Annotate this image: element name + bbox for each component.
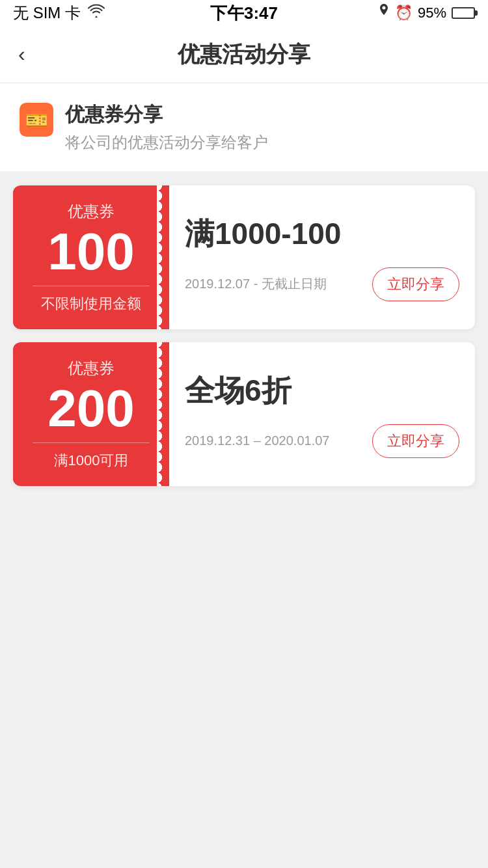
section-icon: 🎫 xyxy=(20,103,53,137)
coupon-left-0: 优惠券 100 不限制使用金额 xyxy=(13,185,169,329)
battery-text: 95% xyxy=(418,5,446,21)
coupon-title-0: 满1000-100 xyxy=(185,214,459,254)
empty-area xyxy=(0,499,488,824)
coupon-card: 优惠券 100 不限制使用金额 满1000-100 2019.12.07 - 无… xyxy=(13,185,475,329)
coupon-list: 优惠券 100 不限制使用金额 满1000-100 2019.12.07 - 无… xyxy=(0,172,488,499)
coupon-condition-0: 不限制使用金额 xyxy=(41,294,141,314)
section-header: 🎫 优惠券分享 将公司的优惠活动分享给客户 xyxy=(0,83,488,171)
coupon-date-0: 2019.12.07 - 无截止日期 xyxy=(185,275,327,293)
section-subtitle: 将公司的优惠活动分享给客户 xyxy=(65,132,268,153)
section-text: 优惠券分享 将公司的优惠活动分享给客户 xyxy=(65,102,268,153)
alarm-icon: ⏰ xyxy=(395,5,413,21)
nav-bar: ‹ 优惠活动分享 xyxy=(0,26,488,83)
coupon-label-1: 优惠券 xyxy=(68,358,115,379)
status-bar: 无 SIM 卡 下午3:47 ⏰ 95% xyxy=(0,0,488,26)
battery-icon xyxy=(452,7,475,19)
share-button-0[interactable]: 立即分享 xyxy=(372,267,459,301)
coupon-amount-1: 200 xyxy=(47,383,134,435)
coupon-label-0: 优惠券 xyxy=(68,201,115,222)
coupon-divider-0 xyxy=(33,286,150,286)
wifi-icon xyxy=(87,4,105,22)
status-time: 下午3:47 xyxy=(210,2,278,25)
coupon-card: 优惠券 200 满1000可用 全场6折 2019.12.31 – 2020.0… xyxy=(13,342,475,486)
back-button[interactable]: ‹ xyxy=(18,42,25,66)
coupon-left-1: 优惠券 200 满1000可用 xyxy=(13,342,169,486)
coupon-amount-0: 100 xyxy=(47,226,134,278)
coupon-condition-1: 满1000可用 xyxy=(54,451,129,470)
location-icon xyxy=(378,4,390,22)
coupon-divider-1 xyxy=(33,442,150,443)
section-title: 优惠券分享 xyxy=(65,102,268,128)
share-button-1[interactable]: 立即分享 xyxy=(372,424,459,458)
coupon-right-1: 全场6折 2019.12.31 – 2020.01.07 立即分享 xyxy=(169,342,475,486)
nav-title: 优惠活动分享 xyxy=(178,40,310,70)
status-left: 无 SIM 卡 xyxy=(13,3,105,23)
carrier-text: 无 SIM 卡 xyxy=(13,3,81,23)
coupon-right-0: 满1000-100 2019.12.07 - 无截止日期 立即分享 xyxy=(169,185,475,329)
coupon-date-1: 2019.12.31 – 2020.01.07 xyxy=(185,433,329,448)
coupon-bottom-1: 2019.12.31 – 2020.01.07 立即分享 xyxy=(185,424,459,458)
coupon-bottom-0: 2019.12.07 - 无截止日期 立即分享 xyxy=(185,267,459,301)
status-right: ⏰ 95% xyxy=(378,4,475,22)
coupon-title-1: 全场6折 xyxy=(185,371,459,411)
